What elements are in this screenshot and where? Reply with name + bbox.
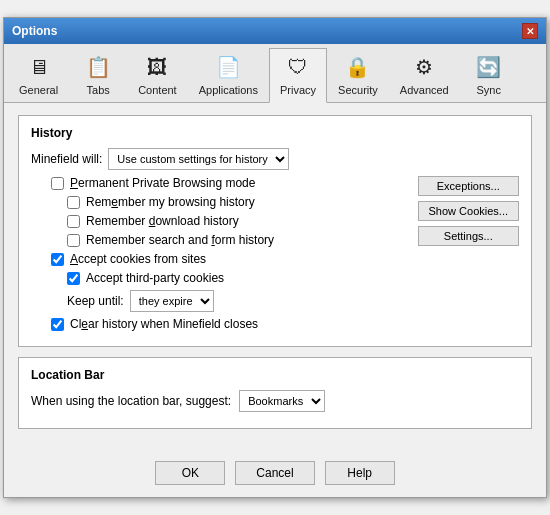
search-label: Remember search and form history: [86, 233, 274, 247]
options-window: Options ✕ 🖥 General 📋 Tabs 🖼 Content 📄 A…: [3, 17, 547, 498]
third-party-row: Accept third-party cookies: [67, 271, 408, 285]
settings-button[interactable]: Settings...: [418, 226, 519, 246]
accept-cookies-row: Accept cookies from sites: [51, 252, 408, 266]
download-label: Remember download history: [86, 214, 239, 228]
ppb-label: Permanent Private Browsing mode: [70, 176, 255, 190]
exceptions-button[interactable]: Exceptions...: [418, 176, 519, 196]
footer: OK Cancel Help: [4, 451, 546, 497]
cancel-button[interactable]: Cancel: [235, 461, 314, 485]
browse-row: Remember my browsing history: [67, 195, 408, 209]
suggest-label: When using the location bar, suggest:: [31, 394, 231, 408]
location-bar-title: Location Bar: [31, 368, 519, 382]
tab-content[interactable]: 🖼 Content: [127, 48, 188, 102]
ppb-row: Permanent Private Browsing mode: [51, 176, 408, 190]
history-section: History Minefield will: Use custom setti…: [18, 115, 532, 347]
accept-cookies-checkbox[interactable]: [51, 253, 64, 266]
tab-sync[interactable]: 🔄 Sync: [460, 48, 518, 102]
browse-label: Remember my browsing history: [86, 195, 255, 209]
title-bar: Options ✕: [4, 18, 546, 44]
privacy-icon: 🛡: [284, 53, 312, 81]
download-checkbox[interactable]: [67, 215, 80, 228]
sync-icon: 🔄: [475, 53, 503, 81]
tab-privacy[interactable]: 🛡 Privacy: [269, 48, 327, 103]
tab-security[interactable]: 🔒 Security: [327, 48, 389, 102]
browse-checkbox[interactable]: [67, 196, 80, 209]
ppb-checkbox[interactable]: [51, 177, 64, 190]
security-icon: 🔒: [344, 53, 372, 81]
toolbar: 🖥 General 📋 Tabs 🖼 Content 📄 Application…: [4, 44, 546, 103]
third-party-label: Accept third-party cookies: [86, 271, 224, 285]
tab-tabs[interactable]: 📋 Tabs: [69, 48, 127, 102]
clear-label: Clear history when Minefield closes: [70, 317, 258, 331]
third-party-checkbox[interactable]: [67, 272, 80, 285]
tabs-icon: 📋: [84, 53, 112, 81]
location-bar-section: Location Bar When using the location bar…: [18, 357, 532, 429]
suggest-select[interactable]: Bookmarks: [239, 390, 325, 412]
show-cookies-button[interactable]: Show Cookies...: [418, 201, 519, 221]
suggest-row: When using the location bar, suggest: Bo…: [31, 390, 519, 412]
advanced-icon: ⚙: [410, 53, 438, 81]
keep-row: Keep until: they expire: [67, 290, 408, 312]
download-row: Remember download history: [67, 214, 408, 228]
tab-applications[interactable]: 📄 Applications: [188, 48, 269, 102]
keep-label: Keep until:: [67, 294, 124, 308]
minefield-row: Minefield will: Use custom settings for …: [31, 148, 519, 170]
clear-row: Clear history when Minefield closes: [51, 317, 408, 331]
tab-general[interactable]: 🖥 General: [8, 48, 69, 102]
search-checkbox[interactable]: [67, 234, 80, 247]
clear-checkbox[interactable]: [51, 318, 64, 331]
history-title: History: [31, 126, 519, 140]
applications-icon: 📄: [214, 53, 242, 81]
help-button[interactable]: Help: [325, 461, 395, 485]
content-area: History Minefield will: Use custom setti…: [4, 103, 546, 451]
tab-advanced[interactable]: ⚙ Advanced: [389, 48, 460, 102]
accept-cookies-label: Accept cookies from sites: [70, 252, 206, 266]
keep-select[interactable]: they expire: [130, 290, 214, 312]
minefield-label: Minefield will:: [31, 152, 102, 166]
search-row: Remember search and form history: [67, 233, 408, 247]
close-button[interactable]: ✕: [522, 23, 538, 39]
cookies-left: Permanent Private Browsing mode Remember…: [31, 176, 408, 336]
history-select[interactable]: Use custom settings for history: [108, 148, 289, 170]
cookies-section: Permanent Private Browsing mode Remember…: [31, 176, 519, 336]
window-title: Options: [12, 24, 57, 38]
ok-button[interactable]: OK: [155, 461, 225, 485]
content-icon: 🖼: [143, 53, 171, 81]
cookies-buttons: Exceptions... Show Cookies... Settings..…: [418, 176, 519, 336]
general-icon: 🖥: [25, 53, 53, 81]
